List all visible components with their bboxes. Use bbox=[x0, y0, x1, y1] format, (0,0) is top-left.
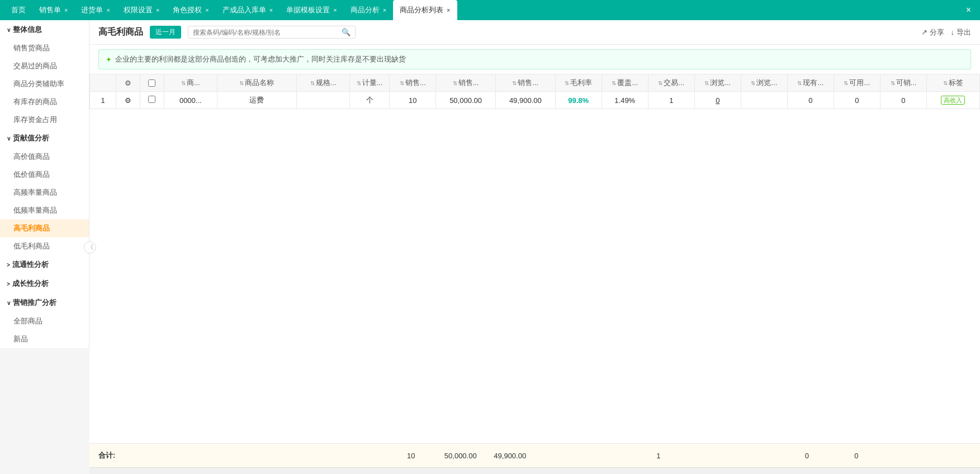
footer-cell-9: 1 bbox=[634, 448, 684, 463]
sidebar-item-all-goods[interactable]: 全部商品 bbox=[0, 312, 89, 330]
col-label-trade: 交易... bbox=[664, 78, 684, 88]
col-header-coverage[interactable]: ⇅覆盖... bbox=[602, 74, 648, 92]
col-header-sales_amount[interactable]: ⇅销售... bbox=[436, 74, 496, 92]
sort-icon: ⇅ bbox=[943, 80, 948, 86]
col-header-code[interactable]: ⇅商... bbox=[164, 74, 217, 92]
select-all-checkbox[interactable] bbox=[148, 79, 155, 87]
sidebar-item-high-margin[interactable]: 高毛利商品 bbox=[0, 219, 89, 237]
sidebar-item-sales-goods[interactable]: 销售货商品 bbox=[0, 39, 89, 57]
col-label-spec: 规格... bbox=[316, 78, 337, 88]
sidebar-collapse-button[interactable]: 《 bbox=[84, 241, 96, 254]
table-row: 1⚙0000...运费个1050,000.0049,900.0099.8%1.4… bbox=[90, 92, 980, 109]
col-header-browse2[interactable]: ⇅浏览... bbox=[741, 74, 787, 92]
tab-home[interactable]: 首页 bbox=[4, 0, 32, 20]
cell-spec bbox=[297, 92, 350, 109]
col-header-available[interactable]: ⇅可用... bbox=[834, 74, 880, 92]
arrow-icon: > bbox=[7, 281, 10, 287]
sidebar-group-label-wealth: 贡献值分析 bbox=[13, 133, 49, 143]
col-label-margin_rate: 毛利率 bbox=[570, 78, 592, 88]
sidebar-item-low-freq[interactable]: 低频率量商品 bbox=[0, 201, 89, 219]
footer-cell-3 bbox=[337, 448, 387, 463]
tab-close-product-entry[interactable]: × bbox=[269, 7, 273, 13]
col-header-current[interactable]: ⇅现有... bbox=[787, 74, 834, 92]
tab-roles[interactable]: 角色授权 × bbox=[166, 0, 215, 20]
cell-available: 0 bbox=[834, 92, 880, 109]
footer-cell-0: 合计: bbox=[89, 448, 238, 463]
col-header-checkbox bbox=[140, 74, 164, 92]
col-header-spec[interactable]: ⇅规格... bbox=[297, 74, 350, 92]
col-header-sales_cost[interactable]: ⇅销售... bbox=[495, 74, 555, 92]
sidebar-item-low-value[interactable]: 低价值商品 bbox=[0, 166, 89, 184]
filter-month-button[interactable]: 近一月 bbox=[150, 26, 181, 39]
tab-product-entry[interactable]: 产成品入库单 × bbox=[216, 0, 280, 20]
sidebar-item-stock-goods[interactable]: 有库存的商品 bbox=[0, 93, 89, 111]
cell-unit: 个 bbox=[349, 92, 389, 109]
tab-bar: 首页销售单 ×进货单 ×权限设置 ×角色授权 ×产成品入库单 ×单据模板设置 ×… bbox=[0, 0, 980, 20]
tab-close-roles[interactable]: × bbox=[205, 7, 209, 13]
settings-icon[interactable]: ⚙ bbox=[125, 79, 131, 87]
search-input[interactable] bbox=[193, 29, 339, 36]
info-text: 企业的主要的利润都是这部分商品创造的，可考虑加大推广，同时关注库存是不要出现缺货 bbox=[115, 54, 406, 64]
sidebar-group-growth[interactable]: >成长性分析 bbox=[0, 274, 89, 293]
tab-purchase[interactable]: 进货单 × bbox=[74, 0, 116, 20]
col-header-margin_rate[interactable]: ⇅毛利率 bbox=[555, 74, 602, 92]
sidebar-group-wealth[interactable]: ∨贡献值分析 bbox=[0, 129, 89, 148]
share-icon: ↗ bbox=[921, 28, 927, 36]
close-window-button[interactable]: × bbox=[962, 5, 976, 15]
sort-icon: ⇅ bbox=[612, 80, 616, 86]
col-header-unit[interactable]: ⇅计量... bbox=[349, 74, 389, 92]
tab-label-template: 单据模板设置 bbox=[286, 5, 330, 15]
tab-template[interactable]: 单据模板设置 × bbox=[280, 0, 343, 20]
cell-sellable: 0 bbox=[880, 92, 926, 109]
row-settings-icon[interactable]: ⚙ bbox=[125, 96, 131, 105]
sidebar-group-marketing[interactable]: ∨营销推广分析 bbox=[0, 293, 89, 312]
tab-close-analysis[interactable]: × bbox=[383, 7, 386, 13]
share-button[interactable]: ↗ 分享 bbox=[921, 27, 944, 37]
sidebar-group-label-flow: 流通性分析 bbox=[12, 260, 49, 270]
horizontal-scrollbar[interactable] bbox=[89, 467, 980, 474]
cell-trade: 1 bbox=[648, 92, 694, 109]
tab-analysis-list[interactable]: 商品分析列表 × bbox=[393, 0, 457, 20]
col-header-trade[interactable]: ⇅交易... bbox=[648, 74, 694, 92]
tab-permissions[interactable]: 权限设置 × bbox=[117, 0, 166, 20]
col-label-coverage: 覆盖... bbox=[617, 78, 638, 88]
sidebar-item-high-freq[interactable]: 高频率量商品 bbox=[0, 184, 89, 201]
tab-sales[interactable]: 销售单 × bbox=[32, 0, 74, 20]
col-label-unit: 计量... bbox=[362, 78, 383, 88]
sidebar-wrapper: ∨整体信息销售货商品交易过的商品商品分类辅助率有库存的商品库存资金占用∨贡献值分… bbox=[0, 20, 89, 474]
sidebar-item-traded-goods[interactable]: 交易过的商品 bbox=[0, 57, 89, 75]
col-label-available: 可用... bbox=[849, 78, 870, 88]
row-checkbox[interactable] bbox=[148, 96, 155, 103]
col-header-name[interactable]: ⇅商品名称 bbox=[217, 74, 296, 92]
tab-close-purchase[interactable]: × bbox=[106, 7, 110, 13]
table-wrapper: ⚙⇅商...⇅商品名称⇅规格...⇅计量...⇅销售...⇅销售...⇅销售..… bbox=[89, 74, 980, 443]
cell-coverage: 1.49% bbox=[602, 92, 648, 109]
export-button[interactable]: ↓ 导出 bbox=[951, 27, 972, 37]
cell-name: 运费 bbox=[217, 92, 296, 109]
footer-cell-12: 0 bbox=[782, 448, 832, 463]
cell-browse2 bbox=[741, 92, 787, 109]
tab-close-template[interactable]: × bbox=[333, 7, 337, 13]
tab-close-sales[interactable]: × bbox=[64, 7, 68, 13]
sort-icon: ⇅ bbox=[658, 80, 662, 86]
col-header-tag[interactable]: ⇅标签 bbox=[926, 74, 979, 92]
main-area: ∨整体信息销售货商品交易过的商品商品分类辅助率有库存的商品库存资金占用∨贡献值分… bbox=[0, 20, 980, 474]
tab-close-analysis-list[interactable]: × bbox=[447, 7, 450, 13]
browse-link[interactable]: 0 bbox=[716, 96, 719, 105]
col-header-sales_qty[interactable]: ⇅销售... bbox=[390, 74, 436, 92]
tab-close-permissions[interactable]: × bbox=[156, 7, 159, 13]
cell-sales_amount: 50,000.00 bbox=[436, 92, 496, 109]
sidebar-item-stock-capital[interactable]: 库存资金占用 bbox=[0, 111, 89, 129]
sidebar-item-new-goods[interactable]: 新品 bbox=[0, 330, 89, 348]
col-header-browse1[interactable]: ⇅浏览... bbox=[694, 74, 741, 92]
sort-icon: ⇅ bbox=[357, 80, 361, 86]
tab-analysis[interactable]: 商品分析 × bbox=[344, 0, 393, 20]
col-header-sellable[interactable]: ⇅可销... bbox=[880, 74, 926, 92]
sidebar-item-low-margin[interactable]: 低毛利商品 bbox=[0, 237, 89, 255]
col-label-code: 商... bbox=[187, 78, 200, 88]
sidebar-group-flow[interactable]: >流通性分析 bbox=[0, 255, 89, 274]
sidebar-item-category-aid[interactable]: 商品分类辅助率 bbox=[0, 75, 89, 93]
sidebar-group-overall[interactable]: ∨整体信息 bbox=[0, 20, 89, 39]
search-icon[interactable]: 🔍 bbox=[342, 28, 351, 36]
sidebar-item-high-value[interactable]: 高价值商品 bbox=[0, 148, 89, 166]
